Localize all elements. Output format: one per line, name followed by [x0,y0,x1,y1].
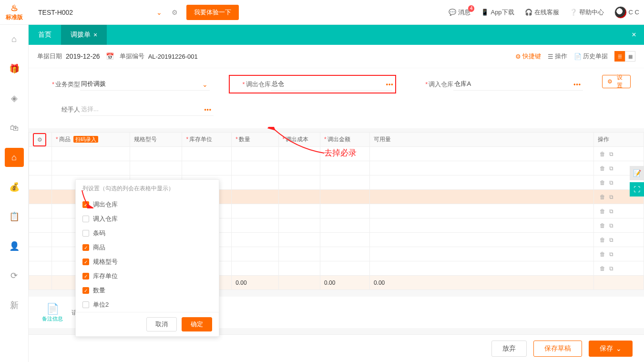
tab-home[interactable]: 首页 [29,25,61,45]
table-row[interactable]: 🗑⧉ [29,161,644,176]
popup-confirm-button[interactable]: 确定 [182,317,212,331]
tool-expand-icon[interactable]: ⛶ [630,182,644,197]
copy-icon[interactable]: ⧉ [609,265,613,272]
discard-button[interactable]: 放弃 [491,341,527,357]
nav-share-icon[interactable]: ⟳ [5,266,24,285]
copy-icon[interactable]: ⧉ [609,222,613,229]
online-service-button[interactable]: 🎧 在线客服 [525,8,559,17]
save-label: 保存 [600,344,613,353]
delete-icon[interactable]: 🗑 [600,165,605,172]
tab-transfer-label: 调拨单 [71,31,91,39]
copy-icon[interactable]: ⧉ [609,165,613,172]
user-name: C C [629,9,639,16]
field-out-warehouse[interactable]: *调出仓库 总仓 ••• [229,75,397,93]
column-option-label: 调入仓库 [93,215,118,223]
calendar-icon[interactable]: 📅 [106,52,114,60]
field-business-type[interactable]: *业务类型 同价调拨 ⌄ [42,75,210,93]
delete-icon[interactable]: 🗑 [600,222,605,229]
doc-date-value[interactable]: 2019-12-26 [66,52,100,60]
nav-gift-icon[interactable]: 🎁 [5,59,24,78]
app-download-button[interactable]: 📱 App下载 [481,8,514,17]
column-option[interactable]: 单位2 [82,298,212,312]
column-option[interactable]: ✓数量 [82,283,212,298]
flame-icon: ♨ [10,3,18,13]
avatar [614,6,627,19]
shortcuts-button[interactable]: ⚙快捷键 [515,52,541,61]
delete-icon[interactable]: 🗑 [600,194,605,200]
help-center-label: 帮助中心 [579,8,604,17]
biz-type-value: 同价调拨 [80,78,210,91]
checkbox-icon: ✓ [82,273,89,279]
history-icon: 📄 [574,53,582,60]
document-header: 单据日期 2019-12-26 📅 单据编号 AL-20191226-001 ⚙… [29,45,644,68]
history-button[interactable]: 📄历史单据 [574,52,608,61]
th-avail: 可用量 [369,133,593,147]
page-tabs: 首页 调拨单 × × [29,25,644,45]
column-option[interactable]: 条码 [82,226,212,240]
in-wh-label: 调入仓库 [429,81,453,88]
store-selector[interactable]: TEST-H002 ⌄ [38,5,162,20]
checkbox-icon: ✓ [82,244,89,251]
trial-button[interactable]: 我要体验一下 [186,5,239,20]
column-option[interactable]: ✓规格型号 [82,255,212,269]
gear-icon: ⚙ [607,78,613,85]
view-grid[interactable]: ▦ [625,51,635,62]
doc-date-label: 单据日期 [37,52,62,61]
chevron-down-icon: ⌄ [156,9,162,16]
messages-button[interactable]: 💬 消息 4 [449,8,470,17]
nav-home-icon[interactable]: ⌂ [5,30,24,49]
settings-button[interactable]: ⚙设置 [602,75,631,88]
column-option[interactable]: 调入仓库 [82,212,212,226]
operations-button[interactable]: ☰操作 [548,52,567,61]
gear-icon[interactable]: ⚙ [172,9,178,16]
checkbox-icon: ✓ [82,259,89,265]
tabs-close-all[interactable]: × [624,25,644,45]
copy-icon[interactable]: ⧉ [609,208,613,215]
save-draft-button[interactable]: 保存草稿 [533,341,582,357]
nav-new-icon[interactable]: 新 [5,296,24,315]
delete-icon[interactable]: 🗑 [600,251,605,258]
view-list[interactable]: ☰ [614,51,625,62]
column-option-label: 条码 [93,229,105,238]
column-option[interactable]: ✓调出仓库 [82,197,212,212]
help-center-button[interactable]: ❔ 帮助中心 [570,8,604,17]
scan-badge[interactable]: 扫码录入 [73,136,98,143]
copy-icon[interactable]: ⧉ [609,194,613,200]
nav-money-icon[interactable]: 💰 [5,177,24,197]
gear-icon: ⚙ [515,53,521,60]
history-label: 历史单据 [583,52,608,61]
delete-icon[interactable]: 🗑 [600,265,605,272]
nav-diamond-icon[interactable]: ◈ [5,89,24,108]
delete-icon[interactable]: 🗑 [600,179,605,186]
view-toggle: ☰ ▦ [614,51,635,62]
column-option[interactable]: ✓商品 [82,240,212,255]
nav-warehouse-icon[interactable]: ⌂ [5,148,24,167]
nav-contact-icon[interactable]: 👤 [5,237,24,256]
popup-cancel-button[interactable]: 取消 [146,317,177,331]
more-icon: ••• [573,81,581,88]
tab-transfer[interactable]: 调拨单 × [61,25,107,45]
column-option[interactable]: ✓库存单位 [82,269,212,283]
user-menu[interactable]: C C [614,6,639,19]
th-product: *商品扫码录入 [52,133,130,147]
copy-icon[interactable]: ⧉ [609,151,613,157]
th-cost: *调出成本 [278,133,320,147]
checkbox-icon: ✓ [82,201,89,208]
copy-icon[interactable]: ⧉ [609,251,613,258]
copy-icon[interactable]: ⧉ [609,179,613,186]
delete-icon[interactable]: 🗑 [600,237,605,243]
field-in-warehouse[interactable]: *调入仓库 仓库A ••• [415,75,583,93]
close-icon[interactable]: × [93,31,97,39]
nav-clipboard-icon[interactable]: 📋 [5,207,24,226]
copy-icon[interactable]: ⧉ [609,237,613,243]
save-button[interactable]: 保存⌄ [589,341,633,357]
popup-title: 列设置（勾选的列会在表格中显示） [76,180,219,197]
field-handler[interactable]: 经手人 选择... ••• [42,103,214,116]
more-icon: ••• [204,106,212,113]
th-spec: 规格型号 [130,133,182,147]
tool-note-icon[interactable]: 📝 [630,166,644,180]
column-settings-button[interactable]: ⚙ [33,133,46,146]
nav-bag-icon[interactable]: 🛍 [5,118,24,137]
delete-icon[interactable]: 🗑 [600,151,605,157]
delete-icon[interactable]: 🗑 [600,208,605,215]
